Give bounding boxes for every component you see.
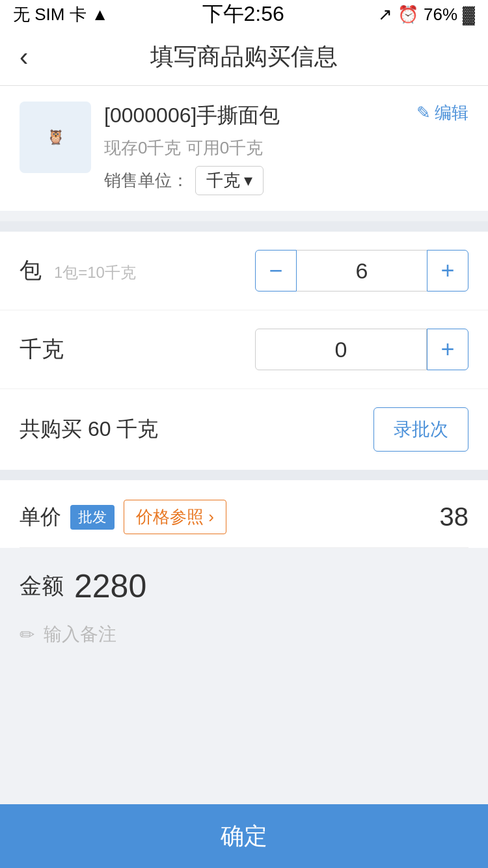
pack-label: 包 1包=10千克 (20, 256, 136, 286)
product-info: [0000006]手撕面包 ✎ 编辑 现存0千克 可用0千克 销售单位： 千克 … (104, 102, 468, 195)
amount-label: 金额 (20, 571, 64, 601)
price-label-text: 单价 (20, 503, 61, 532)
pack-hint: 1包=10千克 (54, 264, 136, 281)
note-placeholder: 输入备注 (44, 622, 116, 647)
unit-selector[interactable]: 千克 ▾ (195, 166, 264, 195)
note-row[interactable]: ✏ 输入备注 (20, 616, 468, 653)
product-card: 🦉 [0000006]手撕面包 ✎ 编辑 现存0千克 可用0千克 销售单位： 千… (0, 86, 488, 211)
alarm-icon: ⏰ (398, 5, 418, 25)
wifi-icon: ▲ (92, 5, 109, 25)
confirm-button[interactable]: 确定 (0, 804, 488, 868)
chevron-down-icon: ▾ (244, 170, 252, 191)
price-row: 单价 批发 价格参照 › 38 (20, 500, 468, 548)
page-title: 填写商品购买信息 (150, 41, 338, 73)
quantity-section: 包 1包=10千克 − + 千克 + (0, 232, 488, 389)
edit-icon: ✎ (416, 103, 431, 123)
pencil-icon: ✏ (20, 624, 34, 645)
product-logo: 🦉 (47, 129, 64, 146)
product-title: [0000006]手撕面包 (104, 102, 280, 130)
quantity-row-pack: 包 1包=10千克 − + (0, 232, 488, 310)
carrier-text: 无 SIM 卡 (13, 3, 87, 26)
product-unit: 销售单位： 千克 ▾ (104, 166, 468, 195)
pack-quantity-control: − + (255, 250, 468, 292)
quantity-row-kg: 千克 + (0, 310, 488, 389)
pack-plus-button[interactable]: + (427, 250, 468, 292)
product-stock: 现存0千克 可用0千克 (104, 137, 468, 159)
summary-row: 共购买 60 千克 录批次 (0, 389, 488, 470)
unit-value: 千克 (206, 169, 240, 192)
status-right: ↗ ⏰ 76% ▓ (378, 5, 475, 25)
amount-row: 金额 2280 (20, 567, 468, 605)
batch-tag: 批发 (70, 505, 115, 530)
divider-2 (0, 470, 488, 480)
amount-value: 2280 (74, 567, 146, 605)
location-icon: ↗ (378, 5, 392, 25)
back-button[interactable]: ‹ (13, 36, 34, 78)
unit-label: 销售单位： (104, 169, 189, 192)
battery-icon: ▓ (463, 5, 475, 25)
product-top-row: [0000006]手撕面包 ✎ 编辑 (104, 102, 468, 137)
record-batch-button[interactable]: 录批次 (373, 407, 468, 452)
pack-quantity-input[interactable] (297, 250, 427, 292)
price-ref-button[interactable]: 价格参照 › (124, 500, 226, 534)
amount-section: 金额 2280 ✏ 输入备注 (0, 548, 488, 653)
status-time: 下午2:56 (202, 0, 284, 29)
divider-1 (0, 221, 488, 232)
status-left: 无 SIM 卡 ▲ (13, 3, 108, 26)
price-label: 单价 批发 价格参照 › (20, 500, 226, 534)
edit-button[interactable]: ✎ 编辑 (416, 102, 468, 124)
battery-text: 76% (424, 5, 457, 25)
price-value: 38 (440, 502, 469, 532)
pack-minus-button[interactable]: − (255, 250, 297, 292)
status-bar: 无 SIM 卡 ▲ 下午2:56 ↗ ⏰ 76% ▓ (0, 0, 488, 29)
edit-label: 编辑 (435, 102, 468, 124)
product-thumbnail: 🦉 (20, 102, 91, 173)
nav-bar: ‹ 填写商品购买信息 (0, 29, 488, 86)
kg-plus-button[interactable]: + (427, 329, 468, 370)
summary-text: 共购买 60 千克 (20, 415, 158, 444)
price-section: 单价 批发 价格参照 › 38 (0, 480, 488, 548)
kg-quantity-input[interactable] (255, 329, 427, 370)
kg-quantity-control: + (255, 329, 468, 370)
kg-label: 千克 (20, 334, 64, 364)
